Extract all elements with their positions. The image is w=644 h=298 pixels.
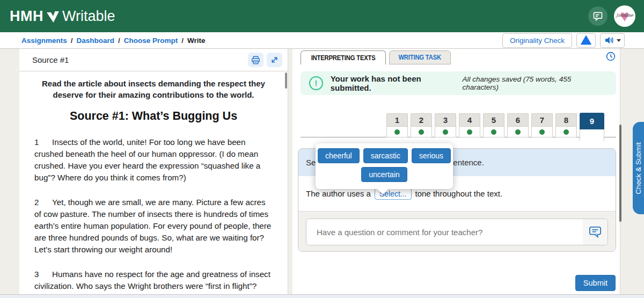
breadcrumb-assignments[interactable]: Assignments — [21, 37, 67, 45]
breadcrumb-choose-prompt[interactable]: Choose Prompt — [124, 37, 178, 45]
complete-dot — [467, 129, 472, 135]
tone-option-cheerful[interactable]: cheerful — [318, 148, 360, 163]
complete-dot — [539, 129, 545, 135]
complete-dot — [491, 129, 496, 135]
complete-dot — [443, 129, 448, 135]
page-scrollbar[interactable] — [619, 125, 621, 222]
text-to-speech-button[interactable] — [600, 33, 625, 48]
check-submit-label: Check & Submit — [634, 142, 642, 194]
source-paragraph: 3Humans have no respect for the age and … — [34, 268, 273, 294]
source-intro: Read the article about insects demanding… — [34, 78, 273, 100]
expand-diagonal-icon — [270, 56, 279, 64]
status-message: Your work has not been submitted. — [331, 74, 463, 92]
paragraph-number: 1 — [34, 136, 52, 148]
autosave-note: All changes saved (75 words, 455 charact… — [463, 75, 608, 91]
google-drive-button[interactable] — [576, 33, 596, 48]
help-chat-button[interactable] — [588, 6, 608, 26]
sentence-after: tone throughout the text. — [415, 189, 503, 198]
source-paragraph: 1Insects of the world, unite! For too lo… — [34, 136, 273, 184]
breadcrumb: Assignments / Dashboard / Choose Prompt … — [21, 37, 206, 45]
work-tabs: INTERPRETING TEXTS WRITING TASK — [301, 50, 451, 64]
submit-button[interactable]: Submit — [575, 275, 616, 291]
tone-option-serious[interactable]: serious — [412, 148, 451, 163]
alert-circle-icon: ! — [309, 76, 323, 90]
question-tab-1[interactable]: 1 — [386, 113, 408, 137]
originality-check-button[interactable]: Originality Check — [502, 33, 572, 48]
breadcrumb-separator: / — [71, 37, 73, 45]
source-body: Read the article about insects demanding… — [19, 71, 288, 294]
print-button[interactable] — [248, 53, 264, 67]
brand-hmh-text: HMH — [10, 8, 43, 25]
app-header: HMH Writable ♥ Jasmine — [0, 0, 644, 32]
brand-writable-text: Writable — [62, 8, 115, 25]
breadcrumb-dashboard[interactable]: Dashboard — [77, 37, 115, 45]
hmh-checkmark-icon — [47, 11, 60, 23]
teacher-comment-input[interactable] — [306, 219, 583, 245]
teacher-comment-section — [298, 211, 616, 252]
tab-interpreting-texts[interactable]: INTERPRETING TEXTS — [301, 50, 386, 64]
question-tab-4[interactable]: 4 — [459, 113, 480, 137]
check-submit-tab[interactable]: Check & Submit — [633, 122, 644, 214]
toolbar: Originality Check — [502, 33, 625, 48]
breadcrumb-current-write: Write — [187, 37, 206, 45]
writable-app: HMH Writable ♥ Jasmine Assignments / Das… — [0, 0, 644, 298]
status-banner: ! Your work has not been submitted. All … — [301, 71, 616, 95]
complete-dot — [564, 129, 569, 135]
comment-field-wrap — [306, 219, 608, 245]
history-clock-icon[interactable] — [606, 52, 616, 61]
question-tab-9-active[interactable]: 9 — [580, 113, 604, 141]
tone-options-popup: cheerful sarcastic serious uncertain — [316, 143, 453, 189]
bottom-edge-strip — [0, 294, 644, 298]
google-drive-icon — [581, 35, 591, 45]
question-tab-2[interactable]: 2 — [411, 113, 432, 137]
source-panel-header: Source #1 — [19, 49, 288, 71]
speaker-icon — [604, 36, 614, 45]
source-scrollbar[interactable] — [285, 72, 287, 89]
complete-dot — [419, 129, 424, 135]
source-paragraph: 2Yet, though we are small, we are many. … — [34, 197, 273, 256]
source-tools — [248, 53, 282, 67]
source-panel: Source #1 Read the article — [19, 49, 288, 294]
breadcrumb-separator: / — [118, 37, 120, 45]
question-tab-5[interactable]: 5 — [483, 113, 504, 137]
question-tab-3[interactable]: 3 — [435, 113, 456, 137]
avatar[interactable]: ♥ Jasmine — [614, 5, 635, 27]
question-tab-7[interactable]: 7 — [531, 113, 553, 137]
comment-bubble-icon — [589, 226, 602, 238]
complete-dot — [515, 129, 521, 135]
tone-option-uncertain[interactable]: uncertain — [361, 167, 407, 182]
question-tab-8[interactable]: 8 — [555, 113, 577, 137]
sentence-before: The author uses a — [306, 189, 371, 198]
complete-dot — [394, 129, 400, 135]
breadcrumb-separator: / — [181, 37, 184, 45]
tone-option-sarcastic[interactable]: sarcastic — [363, 148, 408, 163]
question-tab-6[interactable]: 6 — [507, 113, 529, 137]
paragraph-number: 2 — [34, 197, 52, 208]
chevron-down-icon — [617, 39, 621, 42]
sub-header: Assignments / Dashboard / Choose Prompt … — [0, 32, 644, 49]
paragraph-text: Insects of the world, unite! For too lon… — [34, 137, 260, 182]
expand-button[interactable] — [267, 53, 282, 67]
paragraph-number: 3 — [34, 268, 52, 280]
avatar-name: Jasmine — [614, 13, 635, 18]
paragraph-text: Humans have no respect for the age and g… — [34, 270, 270, 294]
source-heading: Source #1: What’s Bugging Us — [34, 109, 273, 123]
printer-icon — [251, 56, 260, 64]
tab-writing-task[interactable]: WRITING TASK — [389, 50, 450, 64]
header-actions: ♥ Jasmine — [588, 5, 635, 27]
send-comment-button[interactable] — [583, 219, 608, 245]
source-title: Source #1 — [32, 55, 69, 64]
paragraph-text: Yet, though we are small, we are many. P… — [34, 198, 271, 254]
question-nav: 1 2 3 4 5 6 7 8 9 — [386, 113, 604, 137]
chat-bubble-icon — [592, 11, 603, 21]
brand-logo: HMH Writable — [10, 8, 115, 25]
work-panel: INTERPRETING TEXTS WRITING TASK ! Your w… — [292, 49, 620, 294]
main-content: Source #1 Read the article — [0, 49, 644, 298]
